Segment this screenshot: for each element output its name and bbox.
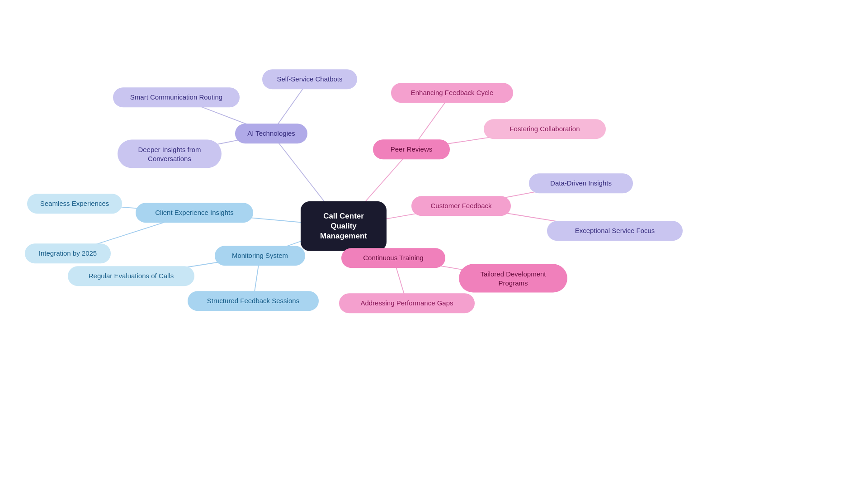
node-exceptional: Exceptional Service Focus xyxy=(547,221,683,241)
node-client-exp: Client Experience Insights xyxy=(136,203,253,223)
mindmap-container: Call Center Quality ManagementAI Technol… xyxy=(0,0,868,490)
node-smart-routing: Smart Communication Routing xyxy=(113,87,240,107)
node-seamless: Seamless Experiences xyxy=(27,194,122,214)
node-deeper-insights: Deeper Insights from Conversations xyxy=(118,140,222,168)
node-data-driven: Data-Driven Insights xyxy=(529,173,633,193)
node-regular-eval: Regular Evaluations of Calls xyxy=(68,266,194,286)
node-customer-fb: Customer Feedback xyxy=(411,196,511,216)
node-ai-tech: AI Technologies xyxy=(235,124,307,143)
node-fostering: Fostering Collaboration xyxy=(484,119,606,139)
center-node: Call Center Quality Management xyxy=(301,201,387,251)
node-peer-reviews: Peer Reviews xyxy=(373,139,450,159)
node-continuous-train: Continuous Training xyxy=(341,248,445,268)
node-monitoring: Monitoring System xyxy=(215,246,305,266)
node-enhancing-fb: Enhancing Feedback Cycle xyxy=(391,83,513,103)
node-structured-fb: Structured Feedback Sessions xyxy=(188,291,319,311)
node-self-service: Self-Service Chatbots xyxy=(262,69,357,89)
node-addressing: Addressing Performance Gaps xyxy=(339,293,475,313)
node-tailored: Tailored Development Programs xyxy=(459,264,567,293)
node-integration: Integration by 2025 xyxy=(25,243,111,263)
connections-svg xyxy=(0,0,868,490)
